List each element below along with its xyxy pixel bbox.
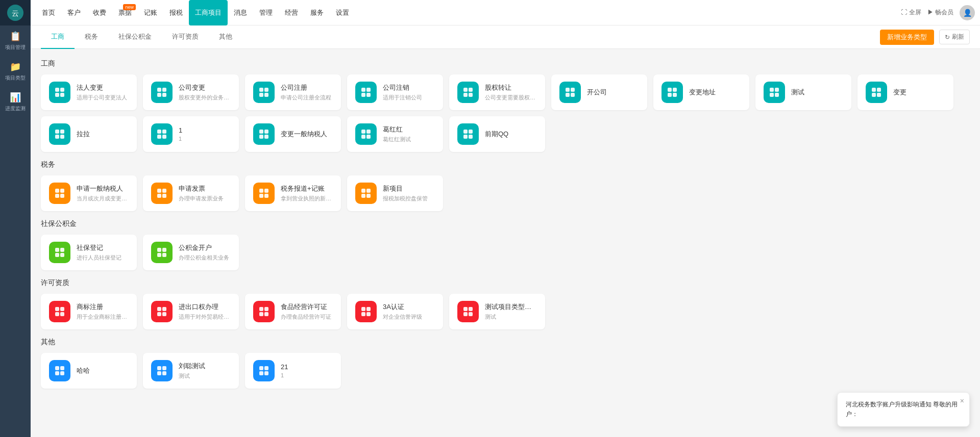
card-0-1[interactable]: 公司变更 股权变更外的业务变更 [143, 74, 239, 110]
svg-rect-28 [668, 93, 672, 97]
svg-rect-63 [162, 189, 166, 193]
svg-rect-91 [264, 307, 268, 311]
fullscreen-button[interactable]: ⛶ 全屏 [901, 8, 921, 17]
card-0-7[interactable]: 测试 [755, 74, 851, 110]
svg-rect-82 [55, 307, 59, 311]
card-icon-0-10 [151, 123, 173, 145]
svg-rect-76 [55, 253, 59, 257]
topnav-item-服务[interactable]: 服务 [304, 0, 330, 25]
card-1-0[interactable]: 申请一般纳税人 当月或次月成变更完成 [41, 175, 137, 211]
card-desc-2-1: 办理公积金相关业务 [179, 254, 231, 262]
card-0-2[interactable]: 公司注册 申请公司注册全流程 [245, 74, 341, 110]
tab-税务[interactable]: 税务 [75, 25, 108, 49]
card-1-1[interactable]: 申请发票 办理申请发票业务 [143, 175, 239, 211]
svg-rect-48 [259, 135, 263, 139]
svg-rect-72 [361, 194, 365, 198]
sidebar-nav-icon-1: 📁 [10, 61, 21, 72]
sidebar-logo: 云 [0, 0, 31, 25]
topnav-item-记账[interactable]: 记账 [138, 0, 163, 25]
avatar[interactable]: 👤 [960, 5, 975, 20]
notification-close-button[interactable]: × [960, 397, 964, 405]
svg-rect-55 [469, 130, 473, 134]
svg-rect-94 [361, 307, 365, 311]
card-info-3-1: 进出口权办理 适用于对外贸易经营者 [179, 302, 231, 321]
card-icon-3-4 [457, 301, 479, 322]
card-icon-1-2 [253, 183, 275, 204]
card-title-0-8: 变更 [893, 88, 945, 97]
svg-rect-113 [264, 371, 268, 375]
svg-rect-29 [673, 93, 677, 97]
svg-rect-37 [877, 93, 881, 97]
card-icon-0-1 [151, 82, 173, 103]
card-title-1-0: 申请一般纳税人 [77, 184, 129, 193]
cards-grid-1: 申请一般纳税人 当月或次月成变更完成 申请发票 办理申请发票业务 税务报道+记账… [41, 175, 970, 211]
card-4-0[interactable]: 哈哈 [41, 353, 137, 389]
card-info-3-2: 食品经营许可证 办理食品经营许可证 [281, 302, 333, 321]
topnav-item-消息[interactable]: 消息 [228, 0, 253, 25]
svg-rect-21 [469, 93, 473, 97]
new-business-type-button[interactable]: 新增业务类型 [880, 30, 934, 45]
card-4-2[interactable]: 21 1 [245, 353, 341, 389]
card-desc-1-0: 当月或次月成变更完成 [77, 195, 129, 202]
tab-许可资质[interactable]: 许可资质 [162, 25, 209, 49]
topnav-item-首页[interactable]: 首页 [36, 0, 61, 25]
notification-popup: × 河北税务数字账户升级影响通知 尊敬的用户： [837, 392, 970, 427]
card-0-8[interactable]: 变更 [857, 74, 953, 110]
cards-grid-0: 法人变更 适用于公司变更法人 公司变更 股权变更外的业务变更 公司注册 申请公司… [41, 74, 970, 152]
card-0-9[interactable]: 拉拉 [41, 116, 137, 152]
card-info-0-2: 公司注册 申请公司注册全流程 [281, 83, 333, 101]
sidebar-item-0[interactable]: 📋项目管理 [5, 25, 26, 56]
card-0-0[interactable]: 法人变更 适用于公司变更法人 [41, 74, 137, 110]
card-title-0-2: 公司注册 [281, 83, 333, 92]
card-desc-0-4: 公司变更需要股权转让 [485, 94, 537, 101]
card-3-2[interactable]: 食品经营许可证 办理食品经营许可证 [245, 294, 341, 329]
card-0-5[interactable]: 开公司 [551, 74, 647, 110]
card-1-3[interactable]: 新项目 报税加税控盘保管 [347, 175, 443, 211]
tab-工商[interactable]: 工商 [41, 25, 75, 49]
svg-rect-25 [571, 93, 575, 97]
card-0-3[interactable]: 公司注销 适用于注销公司 [347, 74, 443, 110]
card-info-0-7: 测试 [791, 88, 843, 97]
card-3-4[interactable]: 测试项目类型自定义 测试 [449, 294, 545, 329]
svg-rect-98 [463, 307, 468, 311]
card-3-3[interactable]: 3A认证 对企业信誉评级 [347, 294, 443, 329]
topnav-item-设置[interactable]: 设置 [330, 0, 355, 25]
svg-rect-35 [877, 88, 881, 92]
card-icon-3-1 [151, 301, 173, 322]
topnav-item-报税[interactable]: 报税 [163, 0, 189, 25]
topnav-item-经营[interactable]: 经营 [279, 0, 304, 25]
topnav-item-工商项目[interactable]: 工商项目 [189, 0, 228, 25]
svg-rect-31 [775, 88, 779, 92]
svg-rect-58 [55, 189, 59, 193]
topnav-item-收费[interactable]: 收费 [87, 0, 112, 25]
card-title-1-3: 新项目 [383, 184, 435, 193]
topnav-item-管理[interactable]: 管理 [253, 0, 279, 25]
member-button[interactable]: ▶ 畅会员 [927, 8, 953, 17]
sidebar-item-1[interactable]: 📁项目类型 [5, 56, 26, 87]
card-1-2[interactable]: 税务报道+记账 拿到营业执照的新公司 [245, 175, 341, 211]
card-3-1[interactable]: 进出口权办理 适用于对外贸易经营者 [143, 294, 239, 329]
card-3-0[interactable]: 商标注册 用于企业商标注册服务 [41, 294, 137, 329]
topnav-item-客户[interactable]: 客户 [61, 0, 87, 25]
card-desc-1-2: 拿到营业执照的新公司 [281, 195, 333, 202]
card-0-11[interactable]: 变更一般纳税人 [245, 116, 341, 152]
svg-rect-102 [55, 366, 59, 370]
card-2-0[interactable]: 社保登记 进行人员社保登记 [41, 235, 137, 270]
card-4-1[interactable]: 刘聪测试 测试 [143, 353, 239, 389]
card-0-10[interactable]: 1 1 [143, 116, 239, 152]
svg-rect-75 [60, 248, 64, 252]
card-info-2-1: 公积金开户 办理公积金相关业务 [179, 243, 231, 262]
tab-社保公积金[interactable]: 社保公积金 [108, 25, 162, 49]
sidebar-item-2[interactable]: 📊进度监测 [5, 87, 26, 117]
card-0-13[interactable]: 前期QQ [449, 116, 545, 152]
svg-rect-87 [162, 307, 166, 311]
card-0-6[interactable]: 变更地址 [653, 74, 749, 110]
card-0-4[interactable]: 股权转让 公司变更需要股权转让 [449, 74, 545, 110]
refresh-button[interactable]: ↻ 刷新 [939, 30, 970, 44]
topnav-item-票据[interactable]: 票据new [112, 0, 138, 25]
card-0-12[interactable]: 葛红红 葛红红测试 [347, 116, 443, 152]
card-info-0-11: 变更一般纳税人 [281, 130, 333, 139]
svg-rect-33 [775, 93, 779, 97]
tab-其他[interactable]: 其他 [209, 25, 242, 49]
card-2-1[interactable]: 公积金开户 办理公积金相关业务 [143, 235, 239, 270]
